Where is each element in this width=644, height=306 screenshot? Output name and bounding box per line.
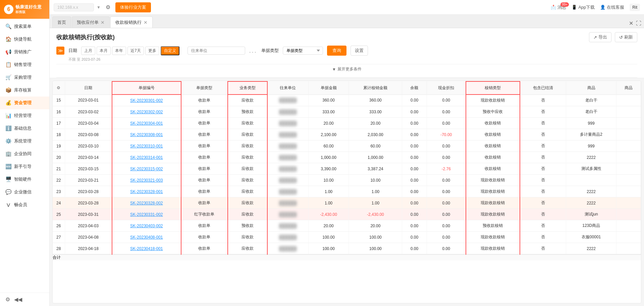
cell-balance: 0.00 [402, 175, 427, 186]
table-row[interactable]: 162023-03-02SK-20230302-002收款单预收款██████3… [53, 106, 641, 118]
topbar-dropdown-icon[interactable]: ▼ [97, 5, 101, 10]
solution-button[interactable]: 体验行业方案 [115, 2, 151, 12]
cell-bill-no[interactable]: SK-20230321-003 [112, 175, 181, 186]
topbar-app-btn[interactable]: 📱 App下载 [572, 4, 595, 10]
sidebar-item-marketing[interactable]: 📢 营销推广 [0, 46, 49, 58]
sidebar-item-system[interactable]: ⚙️ 系统管理 [0, 135, 49, 147]
sidebar-item-hardware[interactable]: 🖥️ 智能硬件 [0, 173, 49, 186]
cell-bill-no[interactable]: SK-20230331-002 [112, 209, 181, 220]
cell-product [566, 175, 616, 186]
table-row[interactable]: 172023-03-04SK-20230304-001收款单应收款██████2… [53, 118, 641, 129]
table-settings-icon[interactable]: ⚙ [57, 85, 60, 90]
cell-counterpart: ██████ [267, 129, 308, 140]
table-row[interactable]: 222023-03-21SK-20230321-003收款单应收款██████1… [53, 175, 641, 186]
cell-cancel-type: 现款收款核销 [466, 175, 520, 186]
tab-prereceipt[interactable]: 预收应付单 ✕ [72, 16, 110, 28]
cell-cash-discount: 0.00 [427, 118, 466, 129]
tab-home[interactable]: 首页 [52, 16, 71, 28]
cell-bill-no[interactable]: SK-20230315-002 [112, 163, 181, 175]
col-header-amount: 单据金额 [308, 81, 349, 95]
filter-dots: ... [249, 47, 257, 54]
sidebar-item-sales[interactable]: 📋 销售管理 [0, 58, 49, 71]
filter-expand-button[interactable]: ≫ [56, 47, 64, 55]
tab-receipt-cancel[interactable]: 收款核销执行 ✕ [110, 16, 153, 28]
date-btn-this-year[interactable]: 本年 [112, 47, 126, 55]
table-row[interactable]: 212023-03-15SK-20230315-002收款单应收款██████3… [53, 163, 641, 175]
receipt-type-select[interactable]: 单据类型 收款单 红字收款单 [283, 47, 323, 55]
collapse-icon[interactable]: ◀◀ [14, 296, 22, 303]
refresh-button[interactable]: ↺ 刷新 [615, 32, 637, 42]
cell-bill-no[interactable]: SK-20230302-002 [112, 106, 181, 118]
sidebar-item-operation[interactable]: 📊 经营管理 [0, 109, 49, 122]
table-row[interactable]: 242023-03-28SK-20230328-002收款单应收款██████1… [53, 197, 641, 209]
table-row[interactable]: 252023-03-31SK-20230331-002红字收款单应收款█████… [53, 209, 641, 220]
cell-bill-no[interactable]: SK-20230328-002 [112, 197, 181, 209]
cell-bill-no[interactable]: SK-20230301-002 [112, 95, 181, 106]
topbar-user: Rit [630, 4, 640, 11]
cell-bill-no[interactable]: SK-20230408-001 [112, 232, 181, 243]
sidebar-item-inventory[interactable]: 📦 库存核算 [0, 84, 49, 97]
sidebar-item-basic[interactable]: ℹ️ 基础信息 [0, 122, 49, 135]
sidebar-item-member[interactable]: V 畅会员 [0, 198, 49, 211]
table-row[interactable]: 202023-03-14SK-20230314-001收款单应收款██████1… [53, 152, 641, 163]
table-row[interactable]: 272023-04-08SK-20230408-001收款单应收款██████1… [53, 232, 641, 243]
sidebar-item-purchase[interactable]: 🛒 采购管理 [0, 71, 49, 84]
cell-date: 2023-04-18 [65, 243, 112, 255]
cell-bill-no[interactable]: SK-20230304-001 [112, 118, 181, 129]
date-btn-7days[interactable]: 近7天 [127, 47, 144, 55]
topbar-message-btn[interactable]: 📩 消息 99+ [551, 4, 566, 10]
tab-close-icon[interactable]: ✕ [144, 20, 148, 25]
footer-product2 [616, 254, 641, 260]
sidebar-item-shortcut[interactable]: 🏠 快捷导航 [0, 33, 49, 46]
hardware-icon: 🖥️ [5, 176, 11, 182]
sidebar-item-finance[interactable]: 💰 资金管理 [0, 97, 49, 109]
cell-biz-type: 应收款 [228, 129, 267, 140]
query-button[interactable]: 查询 [327, 46, 346, 56]
setting-button[interactable]: 设置 [351, 46, 368, 56]
cell-bill-no[interactable]: SK-20230314-001 [112, 152, 181, 163]
settings-gear-icon[interactable]: ⚙ [5, 296, 10, 303]
cell-product2 [616, 140, 641, 152]
date-btn-last-month[interactable]: 上月 [81, 47, 95, 55]
cell-amount: 60.00 [308, 140, 349, 152]
cell-product: 测试jun [566, 209, 616, 220]
expand-more-btn[interactable]: ▼ 展开更多条件 [56, 64, 637, 74]
close-window-icon[interactable]: ✕ [629, 20, 633, 26]
cell-bill-no[interactable]: SK-20230308-001 [112, 129, 181, 140]
table-row[interactable]: 262023-04-03SK-20230403-002收款单预收款██████2… [53, 220, 641, 232]
cell-include-settled: 否 [520, 232, 566, 243]
counterpart-input[interactable] [187, 47, 245, 55]
cell-biz-type: 预收款 [228, 220, 267, 232]
expand-window-icon[interactable]: ⛶ [636, 20, 641, 26]
sidebar-item-search[interactable]: 🔍 搜索菜单 [0, 20, 49, 33]
cell-product: 老白干 [566, 106, 616, 118]
topbar-service-btn[interactable]: 👤 在线客服 [600, 4, 624, 10]
cell-bill-no[interactable]: SK-20230328-001 [112, 186, 181, 197]
table-row[interactable]: 232023-03-28SK-20230328-001收款单应收款██████1… [53, 186, 641, 197]
export-button[interactable]: ↗ 导出 [589, 32, 611, 42]
cell-bill-no[interactable]: SK-20230403-002 [112, 220, 181, 232]
cell-cancel-type: 收款核销 [466, 163, 520, 175]
topbar-gear-icon[interactable]: ⚙ [103, 3, 113, 12]
table-row[interactable]: 282023-04-18SK-20230418-001收款单应收款██████1… [53, 243, 641, 255]
col-header-settings[interactable]: ⚙ [53, 81, 65, 95]
cell-cash-discount: 0.00 [427, 197, 466, 209]
date-btn-this-month[interactable]: 本月 [97, 47, 111, 55]
wechat-icon: 💬 [5, 189, 11, 195]
date-btn-custom[interactable]: 自定义 [161, 46, 179, 55]
cell-balance: 0.00 [402, 209, 427, 220]
sidebar-item-guide[interactable]: 🆕 新手引导 [0, 160, 49, 173]
sidebar-item-wechat[interactable]: 💬 企业微信 [0, 186, 49, 198]
cell-bill-no[interactable]: SK-20230418-001 [112, 243, 181, 255]
cell-bill-no[interactable]: SK-20230310-001 [112, 140, 181, 152]
topbar-left: 192.168.x.x ▼ ⚙ 体验行业方案 [54, 2, 547, 12]
cell-bill-type: 收款单 [181, 152, 228, 163]
table-row[interactable]: 182023-03-08SK-20230308-001收款单应收款██████2… [53, 129, 641, 140]
table-row[interactable]: 152023-03-01SK-20230301-002收款单应收款██████3… [53, 95, 641, 106]
sidebar-item-company[interactable]: 🏢 企业协同 [0, 147, 49, 160]
tab-close-icon[interactable]: ✕ [101, 20, 105, 25]
table-row[interactable]: 192023-03-10SK-20230310-001收款单应收款██████6… [53, 140, 641, 152]
cell-cash-discount: 0.00 [427, 175, 466, 186]
footer-counterpart [267, 254, 308, 260]
date-btn-more[interactable]: 更多 [145, 47, 159, 55]
